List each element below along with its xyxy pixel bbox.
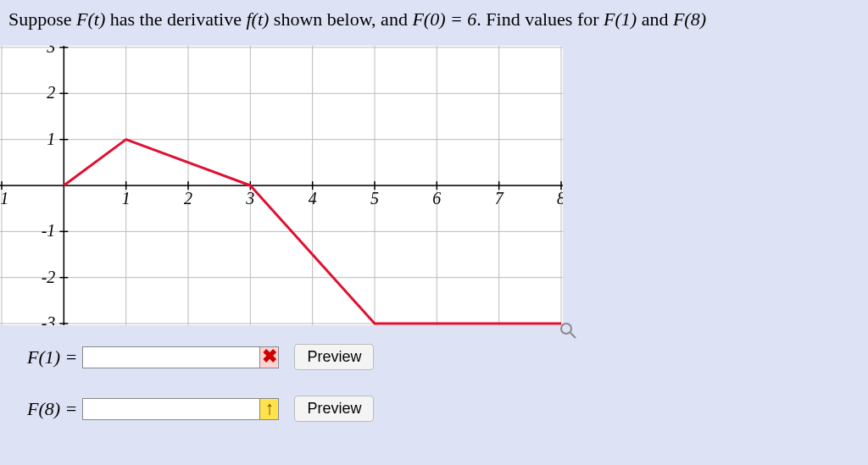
var-F8: F(8) [673,8,706,30]
status-wrong-icon: ✖ [260,346,279,368]
svg-text:-2: -2 [42,268,56,286]
var-ft: f(t) [246,8,269,30]
svg-text:4: 4 [309,189,317,208]
question-part: Suppose [8,8,76,30]
preview-button-F8[interactable]: Preview [294,396,374,422]
answer-row-F8: F(8) = ↑ Preview [27,396,860,422]
derivative-chart: -112345678-3-2-1123 [0,46,563,325]
question-part: and [637,8,673,30]
svg-text:3: 3 [245,189,254,208]
answer-label-F1: F(1) = [27,346,77,368]
var-F1: F(1) [604,8,637,30]
svg-text:-3: -3 [42,313,56,325]
answer-row-F1: F(1) = ✖ Preview [27,344,860,370]
chart-svg: -112345678-3-2-1123 [0,46,563,325]
svg-text:1: 1 [122,189,131,208]
initial-condition: F(0) = 6 [412,8,476,30]
question-text: Suppose F(t) has the derivative f(t) sho… [0,0,868,46]
question-part: shown below, and [269,8,412,30]
svg-text:5: 5 [370,189,379,208]
question-part: . Find values for [476,8,604,30]
svg-text:7: 7 [495,189,504,208]
svg-text:8: 8 [557,189,563,208]
svg-text:3: 3 [46,46,55,56]
answer-input-F8[interactable] [82,398,260,420]
question-part: has the derivative [105,8,246,30]
svg-text:2: 2 [47,83,55,102]
preview-button-F1[interactable]: Preview [294,344,374,370]
svg-text:-1: -1 [0,189,8,208]
svg-point-49 [561,324,571,334]
svg-text:2: 2 [184,189,192,208]
answers-block: F(1) = ✖ Preview F(8) = ↑ Preview [0,325,868,456]
svg-text:1: 1 [47,130,55,148]
var-Ft: F(t) [76,8,105,30]
svg-text:-1: -1 [42,221,56,240]
svg-line-50 [570,333,576,338]
svg-text:6: 6 [432,189,441,208]
answer-input-F1[interactable] [82,346,260,368]
answer-label-F8: F(8) = [27,398,77,420]
status-pending-icon: ↑ [260,398,279,420]
